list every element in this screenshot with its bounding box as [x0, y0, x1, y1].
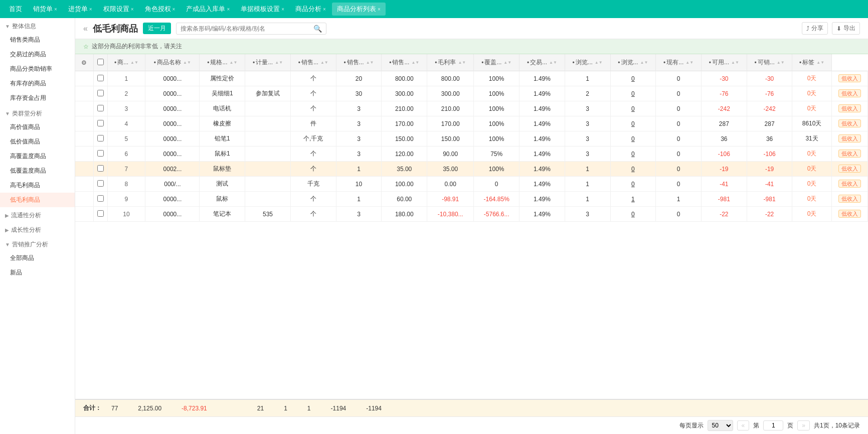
row-select-checkbox-3[interactable]: [97, 120, 104, 126]
row-views1-6[interactable]: 0: [610, 162, 656, 177]
col-code[interactable]: • 商... ▲▼: [107, 54, 145, 71]
row-views1-2[interactable]: 0: [610, 101, 656, 116]
date-filter-button[interactable]: 近一月: [143, 23, 171, 34]
sort-current-stock-icon[interactable]: ▲▼: [685, 61, 693, 65]
sidebar-item-capital[interactable]: 库存资金占用: [0, 91, 75, 105]
sidebar-group-cluster[interactable]: ▼ 类群堂分析: [0, 105, 75, 120]
sidebar-item-sales-goods[interactable]: 销售类商品: [0, 33, 75, 47]
sort-spec-icon[interactable]: ▲▼: [229, 61, 237, 65]
row-views1-7[interactable]: 0: [610, 177, 656, 192]
row-select-checkbox-5[interactable]: [97, 150, 104, 157]
col-settings[interactable]: ⚙: [75, 54, 93, 71]
nav-close-analysis-list[interactable]: ×: [378, 7, 381, 12]
row-views1-1[interactable]: 0: [610, 86, 656, 101]
nav-close-permissions[interactable]: ×: [131, 7, 134, 12]
nav-permissions[interactable]: 权限设置×: [98, 3, 139, 16]
nav-close-purchase[interactable]: ×: [89, 7, 92, 12]
col-views2[interactable]: • 浏览... ▲▼: [610, 54, 656, 71]
col-checkbox[interactable]: [93, 54, 107, 71]
data-table-container[interactable]: ⚙ • 商... ▲▼: [75, 54, 868, 399]
sort-tag-icon[interactable]: ▲▼: [816, 61, 824, 65]
nav-sales[interactable]: 销货单×: [28, 3, 62, 16]
nav-analysis-list[interactable]: 商品分析列表×: [332, 3, 386, 16]
col-tag[interactable]: • 标签 ▲▼: [792, 54, 831, 71]
col-name[interactable]: • 商品名称 ▲▼: [145, 54, 200, 71]
sort-sales-qty-icon[interactable]: ▲▼: [320, 61, 328, 65]
row-select-checkbox-4[interactable]: [97, 135, 104, 141]
nav-close-analysis[interactable]: ×: [323, 7, 326, 12]
row-checkbox-8[interactable]: [93, 192, 107, 207]
row-views1-5[interactable]: 0: [610, 147, 656, 162]
col-views1[interactable]: • 浏览... ▲▼: [565, 54, 610, 71]
row-select-checkbox-0[interactable]: [97, 75, 104, 81]
col-current-stock[interactable]: • 现有... ▲▼: [656, 54, 702, 71]
sort-sales-price-icon[interactable]: ▲▼: [366, 61, 374, 65]
sidebar-item-all-goods[interactable]: 全部商品: [0, 251, 75, 265]
sidebar-item-traded-goods[interactable]: 交易过的商品: [0, 47, 75, 62]
col-coverage[interactable]: • 覆盖... ▲▼: [474, 54, 519, 71]
row-checkbox-2[interactable]: [93, 101, 107, 116]
sort-code-icon[interactable]: ▲▼: [130, 61, 138, 65]
col-sales-price[interactable]: • 销售... ▲▼: [336, 54, 382, 71]
sidebar-group-overall[interactable]: ▼ 整体信息: [0, 18, 75, 33]
sidebar-group-circulation[interactable]: ▶ 流通性分析: [0, 207, 75, 222]
row-checkbox-5[interactable]: [93, 147, 107, 162]
sidebar-item-in-stock[interactable]: 有库存的商品: [0, 76, 75, 91]
row-views1-4[interactable]: 0: [610, 131, 656, 147]
row-checkbox-3[interactable]: [93, 116, 107, 131]
sidebar-toggle-icon[interactable]: «: [83, 24, 88, 33]
sidebar-item-low-margin[interactable]: 低毛利商品: [0, 193, 75, 207]
col-sales-qty[interactable]: • 销售... ▲▼: [290, 54, 336, 71]
nav-purchase[interactable]: 进货单×: [63, 3, 97, 16]
nav-template[interactable]: 单据模板设置×: [236, 3, 289, 16]
settings-icon[interactable]: ⚙: [81, 59, 87, 66]
row-select-checkbox-1[interactable]: [97, 90, 104, 96]
row-select-checkbox-9[interactable]: [97, 210, 104, 217]
sidebar-item-high-coverage[interactable]: 高覆盖度商品: [0, 149, 75, 164]
select-all-checkbox[interactable]: [97, 59, 104, 65]
sidebar-item-new-goods[interactable]: 新品: [0, 265, 75, 280]
sort-views2-icon[interactable]: ▲▼: [640, 61, 648, 65]
nav-close-roles[interactable]: ×: [172, 7, 176, 12]
col-sales-profit[interactable]: • 销售... ▲▼: [382, 54, 427, 71]
prev-page-button[interactable]: «: [737, 420, 750, 430]
row-views1-0[interactable]: 0: [610, 71, 656, 86]
sidebar-item-low-coverage[interactable]: 低覆盖度商品: [0, 164, 75, 178]
sidebar-group-growth[interactable]: ▶ 成长性分析: [0, 222, 75, 236]
page-size-select[interactable]: 50 100 200: [708, 420, 733, 431]
col-available[interactable]: • 可用... ▲▼: [701, 54, 747, 71]
nav-home[interactable]: 首页: [4, 3, 27, 16]
col-transactions[interactable]: • 交易... ▲▼: [519, 54, 565, 71]
row-select-checkbox-2[interactable]: [97, 105, 104, 111]
row-checkbox-6[interactable]: [93, 162, 107, 177]
row-checkbox-1[interactable]: [93, 86, 107, 101]
row-views1-3[interactable]: 0: [610, 116, 656, 131]
row-checkbox-4[interactable]: [93, 131, 107, 147]
search-icon[interactable]: 🔍: [313, 25, 322, 33]
share-button[interactable]: ⤴ 分享: [802, 22, 828, 35]
nav-roles[interactable]: 角色授权×: [140, 3, 181, 16]
export-button[interactable]: ⬇ 导出: [832, 22, 860, 35]
row-checkbox-7[interactable]: [93, 177, 107, 192]
row-select-checkbox-6[interactable]: [97, 165, 104, 172]
sidebar-item-high-margin[interactable]: 高毛利商品: [0, 178, 75, 193]
sort-coverage-icon[interactable]: ▲▼: [503, 61, 511, 65]
sidebar-item-category-rate[interactable]: 商品分类助销率: [0, 62, 75, 76]
nav-close-products[interactable]: ×: [227, 7, 230, 12]
sidebar-group-marketing[interactable]: ▼ 营销推广分析: [0, 236, 75, 251]
sort-views1-icon[interactable]: ▲▼: [595, 61, 603, 65]
row-checkbox-0[interactable]: [93, 71, 107, 86]
col-gross-margin[interactable]: • 毛利率 ▲▼: [427, 54, 474, 71]
next-page-button[interactable]: »: [797, 420, 810, 430]
search-input[interactable]: [181, 25, 313, 32]
sidebar-item-high-value[interactable]: 高价值商品: [0, 120, 75, 134]
sort-margin-icon[interactable]: ▲▼: [458, 61, 466, 65]
sidebar-item-low-value[interactable]: 低价值商品: [0, 134, 75, 149]
sort-sellable-icon[interactable]: ▲▼: [777, 61, 785, 65]
sort-sales-profit-icon[interactable]: ▲▼: [411, 61, 419, 65]
col-sellable[interactable]: • 可销... ▲▼: [747, 54, 792, 71]
sort-unit-icon[interactable]: ▲▼: [275, 61, 283, 65]
nav-analysis[interactable]: 商品分析×: [290, 3, 331, 16]
row-views1-8[interactable]: 1: [610, 192, 656, 207]
row-select-checkbox-8[interactable]: [97, 195, 104, 202]
